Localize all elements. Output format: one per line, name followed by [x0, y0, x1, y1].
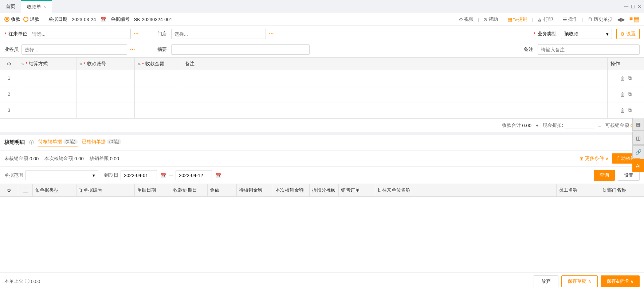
plus-sign: + [536, 123, 539, 128]
th-remark: 备注 [182, 58, 608, 70]
help-btn[interactable]: ⊙ 帮助 [483, 16, 498, 23]
counterpart-input[interactable] [29, 29, 131, 39]
table-row: 2 🗑 ⧉ [0, 86, 644, 102]
total-value: 0.00 [522, 123, 531, 128]
row-2-copy-icon[interactable]: ⧉ [628, 91, 632, 97]
operation-btn[interactable]: ☰ 操作 [563, 16, 578, 23]
row-2-account[interactable] [76, 86, 135, 102]
settings-btn[interactable]: ⚙ 设置 [616, 29, 640, 39]
select-all-checkbox[interactable] [23, 188, 28, 193]
th-settings[interactable]: ⚙ [0, 58, 18, 70]
row-1-amount[interactable] [135, 70, 182, 86]
float-btn-book[interactable]: ◫ [632, 132, 644, 145]
radio-receipt[interactable]: 收款 [4, 16, 20, 23]
range-select[interactable]: ▾ [25, 170, 98, 180]
save-new-btn[interactable]: 保存&新增 ∧ [601, 275, 640, 287]
row-2-num: 2 [0, 86, 18, 102]
shortcut-label: 快捷键 [513, 16, 527, 23]
abstract-label: 摘要 [157, 46, 167, 53]
store-input[interactable] [171, 29, 266, 39]
minimize-icon[interactable]: ─ [624, 3, 628, 10]
calendar-icon[interactable]: 📅 [101, 17, 106, 22]
th-operation: 操作 [608, 58, 644, 70]
nav-prev-icon[interactable]: ◀ [617, 17, 621, 22]
discount-input[interactable] [565, 122, 594, 129]
row-3-remark[interactable] [182, 102, 608, 118]
row-1-remark[interactable] [182, 70, 608, 86]
abstract-input[interactable] [171, 44, 310, 55]
nav-next-icon[interactable]: ▶ [621, 17, 625, 22]
maximize-icon[interactable]: □ [631, 3, 635, 10]
bth-gear[interactable]: ⚙ [0, 184, 18, 196]
tab-current[interactable]: 收款单 × [21, 0, 52, 13]
history-btn[interactable]: 🗒 历史单据 [588, 16, 613, 23]
due-date-label: 到期日 [104, 172, 118, 179]
remark-label: 备注 [524, 46, 533, 53]
save-draft-chevron-icon: ∧ [588, 279, 592, 284]
more-conditions-label: 更多条件 [585, 155, 604, 162]
row-1-delete-icon[interactable]: 🗑 [620, 75, 625, 81]
date-to-input[interactable] [176, 170, 212, 180]
remark-field: 备注 [524, 44, 640, 55]
row-1-settlement[interactable] [18, 70, 76, 86]
more-conditions-btn[interactable]: ⊞ 更多条件 ∧ [580, 155, 609, 162]
done-tab-label: 已核销单据 [82, 139, 106, 144]
section-divider [0, 132, 644, 135]
row-3-settlement[interactable] [18, 102, 76, 118]
row-3-copy-icon[interactable]: ⧉ [628, 107, 632, 113]
bth-discount: 折扣分摊额 [310, 184, 339, 196]
salesperson-input[interactable] [21, 44, 127, 55]
tab-current-label: 收款单 [27, 0, 41, 13]
row-3-delete-icon[interactable]: 🗑 [620, 107, 625, 113]
bottom-info-icon[interactable]: ⓘ [25, 278, 30, 285]
float-btn-link[interactable]: 🔗 [632, 145, 644, 158]
bth-sales-order: 销售订单 [339, 184, 375, 196]
tile-view-icon[interactable]: ▦ [633, 15, 640, 23]
bth-doc-no: ⇅ 单据编号 [76, 184, 135, 196]
float-btn-ai[interactable]: Ai [632, 159, 644, 172]
business-type-select[interactable]: 预收款 ▾ [561, 29, 612, 39]
form-row-2: 业务员 ··· 摘要 备注 [0, 42, 644, 57]
video-btn[interactable]: ⊙ 视频 [459, 16, 474, 23]
date-from-calendar-icon[interactable]: 📅 [161, 173, 166, 178]
bth-checkbox[interactable] [18, 184, 33, 196]
bottom-info-label: 本单上欠 [4, 278, 23, 285]
counterpart-required-mark: * [4, 31, 6, 37]
row-2-delete-icon[interactable]: 🗑 [620, 91, 625, 97]
verify-header: 核销明细 ⓘ 待核销单据 (0笔) 已核销单据 (0笔) [0, 135, 644, 150]
row-1-account[interactable] [76, 70, 135, 86]
tab-close-icon[interactable]: × [43, 0, 46, 13]
operation-icon: ☰ [563, 17, 567, 22]
store-more-btn[interactable]: ··· [269, 31, 274, 37]
row-2-amount[interactable] [135, 86, 182, 102]
remark-input[interactable] [538, 44, 640, 55]
verify-info-icon[interactable]: ⓘ [29, 139, 34, 146]
verify-tab-done[interactable]: 已核销单据 (0笔) [82, 138, 121, 146]
counterpart-more-btn[interactable]: ··· [134, 31, 138, 37]
print-btn[interactable]: 🖨 打印 [538, 16, 553, 23]
date-from-input[interactable] [121, 170, 157, 180]
available-label: 可核销金额 [605, 122, 629, 129]
verify-tab-pending[interactable]: 待核销单据 (0笔) [38, 138, 78, 146]
range-field: 单据范围 ▾ [4, 170, 98, 180]
table-header: ⚙ ⇅ * 结算方式 ⇅ * 收款账号 ⇅ * 收款金额 备注 操作 [0, 57, 644, 70]
row-2-settlement[interactable] [18, 86, 76, 102]
row-2-remark[interactable] [182, 86, 608, 102]
shortcut-btn[interactable]: ▦ 快捷键 [508, 16, 527, 23]
close-window-icon[interactable]: × [638, 3, 641, 10]
save-draft-btn[interactable]: 保存草稿 ∧ [561, 275, 598, 287]
radio-refund[interactable]: 退款 [23, 16, 39, 23]
salesperson-more-btn[interactable]: ··· [130, 46, 135, 53]
row-1-copy-icon[interactable]: ⧉ [628, 75, 632, 81]
date-to-calendar-icon[interactable]: 📅 [216, 173, 221, 178]
row-3-account[interactable] [76, 102, 135, 118]
float-btn-table[interactable]: ▦ [632, 118, 644, 131]
filter-row: 单据范围 ▾ 到期日 📅 — 📅 查询 设置 [0, 167, 644, 184]
bth-counterpart-name: ⇅ 往来单位名称 [375, 184, 557, 196]
tab-home[interactable]: 首页 [0, 0, 21, 13]
query-btn[interactable]: 查询 [594, 170, 615, 181]
discard-btn[interactable]: 放弃 [534, 275, 558, 287]
list-view-icon[interactable]: ≡ [629, 15, 633, 23]
row-3-amount[interactable] [135, 102, 182, 118]
equals-sign: = [598, 123, 601, 128]
